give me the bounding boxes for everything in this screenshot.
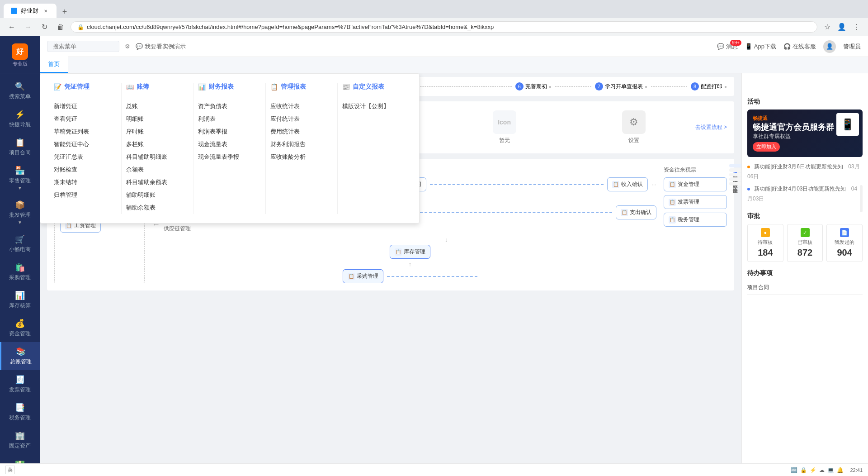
reload-button[interactable]: ↻ [38, 21, 51, 33]
delete-button[interactable]: 🗑 [54, 21, 67, 33]
demo-button[interactable]: 💬 我要看实例演示 [136, 43, 186, 51]
menu-item-receivable[interactable]: 应收统计表 [270, 100, 333, 113]
menu-item-ar-aging[interactable]: 应收账龄分析 [270, 151, 333, 163]
menu-item-voucher-summary[interactable]: 凭证汇总表 [54, 151, 117, 163]
app-download-button[interactable]: 📱 App下载 [745, 43, 776, 51]
purchase-up-arrow: ↑ [164, 261, 656, 267]
sidebar-item-retail[interactable]: 🏪 零售管理 ▼ [0, 161, 40, 195]
income-confirm-node[interactable]: 📋 收入确认 [607, 177, 648, 191]
sidebar-item-wholesale[interactable]: 📦 批发管理 ▼ [0, 195, 40, 230]
approve-card-initiated[interactable]: 📄 我发起的 904 [826, 224, 863, 262]
sidebar-item-project[interactable]: 📋 项目合同 [0, 133, 40, 161]
service-icon: 🎧 [783, 43, 791, 50]
scrollbar-area[interactable] [860, 185, 863, 212]
sidebar-item-inventory[interactable]: 📊 库存核算 [0, 286, 40, 314]
more-button[interactable]: ⋮ [850, 21, 863, 33]
sidebar-item-capital[interactable]: 💰 资金管理 [0, 314, 40, 342]
menu-item-profit[interactable]: 利润表 [198, 113, 261, 125]
active-tab[interactable]: 好业财 ✕ [4, 4, 57, 18]
bookmark-button[interactable]: ☆ [821, 21, 834, 33]
step-radio-8: ● [724, 84, 727, 89]
step-item-7[interactable]: 7 学习开单查报表 ● [595, 82, 647, 90]
approve-card-pending[interactable]: ● 待审核 184 [747, 224, 783, 262]
step-radio-6: ● [549, 84, 552, 89]
tax-mgmt-node[interactable]: 📋 税务管理 [664, 213, 727, 227]
menu-item-period-close[interactable]: 期末结转 [54, 176, 117, 189]
menu-item-template[interactable]: 模版设计【公测】 [342, 100, 406, 113]
menu-item-balance-sheet[interactable]: 资产负债表 [198, 100, 261, 113]
menu-item-balance[interactable]: 余额表 [126, 163, 189, 176]
menu-item-subject-detail[interactable]: 科目辅助明细账 [126, 151, 189, 163]
menu-item-cashflow[interactable]: 现金流量表 [198, 138, 261, 151]
msg-button[interactable]: 💬 消息 99+ [717, 43, 738, 51]
settings-dropdown-icon[interactable]: ⚙ [125, 43, 130, 50]
menu-item-expense[interactable]: 费用统计表 [270, 125, 333, 138]
pending-count: 184 [751, 248, 779, 258]
demo-icon: 💬 [136, 43, 143, 50]
address-bar[interactable]: 🔒 cloud.chanjet.com/cc/u6d89qwnryel/57bf… [71, 21, 817, 33]
menu-item-multi[interactable]: 多栏账 [126, 138, 189, 151]
account-button[interactable]: 👤 [835, 21, 848, 33]
step-item-8[interactable]: 8 配置打印 ● [691, 82, 727, 90]
menu-item-draft-voucher[interactable]: 草稿凭证列表 [54, 125, 117, 138]
todo-item-1[interactable]: 项目合同 [747, 281, 863, 295]
inventory-node[interactable]: 📋 库存管理 [390, 245, 430, 259]
capital-mgmt-node[interactable]: 📋 资金管理 [664, 177, 727, 191]
menu-item-archive[interactable]: 归档管理 [54, 189, 117, 201]
back-button[interactable]: ← [5, 21, 18, 33]
lang-indicator[interactable]: 英 [5, 466, 15, 474]
menu-item-cashflow-quarterly[interactable]: 现金流量表季报 [198, 151, 261, 163]
tab-close-icon[interactable]: ✕ [42, 7, 49, 14]
forward-button[interactable]: → [22, 21, 34, 33]
banner-join-btn[interactable]: 立即加入 [753, 142, 780, 152]
sidebar-item-invoice[interactable]: 🧾 发票管理 [0, 370, 40, 398]
news-item-2[interactable]: 新功能|好业财4月03日功能更新抢先知 04月03日 [747, 183, 863, 205]
online-service-button[interactable]: 🎧 在线客服 [783, 43, 816, 51]
quick-icon-4[interactable]: Icon 暂无 [443, 107, 566, 148]
news-text-2: 新功能|好业财4月03日功能更新抢先知 [754, 186, 846, 192]
step-num-6: 6 [515, 82, 524, 90]
menu-item-view-voucher[interactable]: 查看凭证 [54, 113, 117, 125]
approve-card-approved[interactable]: ✓ 已审核 872 [787, 224, 823, 262]
search-icon: 🔍 [2, 81, 38, 91]
menu-item-payable[interactable]: 应付统计表 [270, 113, 333, 125]
purchase-node[interactable]: 📋 采购管理 [343, 269, 383, 283]
icon-he-text-4: Icon [498, 119, 511, 126]
news-item-1[interactable]: 新功能|好业财3月6日功能更新抢先知 03月06日 [747, 161, 863, 183]
menu-item-profit-quarterly[interactable]: 利润表季报 [198, 125, 261, 138]
qr-placeholder: 📱 [836, 113, 859, 136]
menu-item-aux-detail[interactable]: 辅助明细账 [126, 189, 189, 201]
new-tab-button[interactable]: + [58, 5, 71, 18]
finance-section-icon: 📊 [198, 83, 206, 90]
status-icon-2: 🔒 [800, 467, 807, 473]
sidebar-item-quicknav[interactable]: ⚡ 快捷导航 [0, 105, 40, 133]
sidebar-item-ledger[interactable]: 📚 总账管理 [0, 342, 40, 370]
user-avatar[interactable]: 👤 [823, 40, 836, 53]
step-item-6[interactable]: 6 完善期初 ● [515, 82, 552, 90]
menu-item-finance-profit[interactable]: 财务利润报告 [270, 138, 333, 151]
menu-item-smart-voucher[interactable]: 智能凭证中心 [54, 138, 117, 151]
sidebar-item-label: 总账管理 [3, 358, 38, 366]
activity-banner[interactable]: 畅捷通 畅捷通官方会员服务群 享社群专属权益 📱 立即加入 [747, 109, 863, 157]
quicknav-icon: ⚡ [2, 109, 38, 119]
menu-item-aux-balance[interactable]: 辅助余额表 [126, 201, 189, 214]
menu-item-new-voucher[interactable]: 新增凭证 [54, 100, 117, 113]
quick-icon-settings[interactable]: ⚙ 设置 [573, 107, 695, 148]
sidebar-item-assets[interactable]: 🏢 固定资产 [0, 426, 40, 454]
tm-label: 税务管理 [678, 216, 699, 224]
tab-home[interactable]: 首页 [40, 57, 68, 73]
menu-item-subject-balance[interactable]: 科目辅助余额表 [126, 176, 189, 189]
search-input[interactable] [47, 41, 119, 52]
sidebar-item-purchase[interactable]: 🛍️ 采购管理 [0, 258, 40, 286]
menu-item-detail[interactable]: 明细账 [126, 113, 189, 125]
menu-item-reconcile[interactable]: 对账检查 [54, 163, 117, 176]
setup-flow-link[interactable]: 去设置流程 > [695, 124, 727, 131]
menu-item-general[interactable]: 总账 [126, 100, 189, 113]
invoice-mgmt-node[interactable]: 📋 发票管理 [664, 195, 727, 209]
sidebar-item-tax[interactable]: 📑 税务管理 [0, 398, 40, 426]
expense-confirm-node[interactable]: 📋 支出确认 [616, 205, 656, 219]
sidebar-item-ecommerce[interactable]: 🛒 小畅电商 [0, 230, 40, 258]
sidebar-item-search[interactable]: 🔍 搜索菜单 [0, 77, 40, 105]
page-content: 📝 凭证管理 新增凭证 查看凭证 草稿凭证列表 智能凭证中心 凭证汇总表 对账检… [40, 73, 868, 476]
menu-item-journal[interactable]: 序时账 [126, 125, 189, 138]
